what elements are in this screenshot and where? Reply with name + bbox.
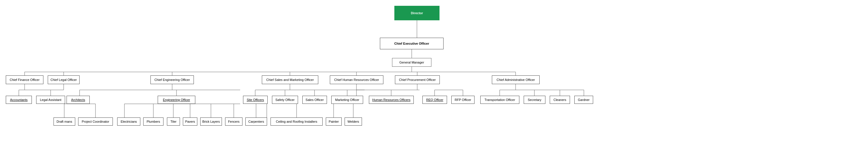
safety-officer-label: Safety Officer bbox=[275, 98, 294, 102]
tiler-node: Tiler bbox=[167, 118, 180, 126]
ceo-label: Chief Executive Officer bbox=[394, 42, 429, 46]
accountants-label: Accountants bbox=[10, 98, 28, 102]
painter-node: Painter bbox=[326, 118, 342, 126]
project-coord-node: Project Coordinator bbox=[78, 118, 113, 126]
gm-label: General Manager bbox=[399, 60, 424, 65]
gardner-label: Gardner bbox=[578, 98, 589, 102]
draft-mans-node: Draft mans bbox=[54, 118, 75, 126]
carpenters-label: Carpenters bbox=[248, 120, 264, 124]
marketing-officer-node: Marketing Officer bbox=[331, 96, 363, 104]
transport-officer-label: Transportation Officer bbox=[485, 98, 515, 102]
site-officers-node: Site Officers bbox=[243, 96, 268, 104]
chro-node: Chief Human Resources Officer bbox=[330, 75, 383, 84]
fencers-node: Fencers bbox=[225, 118, 243, 126]
org-chart: Director Chief Executive Officer General… bbox=[0, 0, 868, 152]
cengineering-node: Chief Engineering Officer bbox=[151, 75, 194, 84]
cao-label: Chief Administrative Officer bbox=[496, 78, 535, 82]
cpo-label: Chief Procurement Officer bbox=[399, 78, 436, 82]
cleaners-label: Cleaners bbox=[554, 98, 566, 102]
painter-label: Painter bbox=[329, 120, 339, 124]
pavers-node: Pavers bbox=[183, 118, 197, 126]
brick-layers-node: Brick Layers bbox=[200, 118, 222, 126]
gm-node: General Manager bbox=[392, 58, 431, 67]
sales-officer-label: Sales Officer bbox=[306, 98, 324, 102]
tiler-label: Tiler bbox=[170, 120, 177, 124]
site-officers-label: Site Officers bbox=[247, 98, 264, 102]
architects-node: Architects bbox=[66, 96, 90, 104]
legal-assistant-node: Legal Assistant bbox=[36, 96, 65, 104]
fencers-label: Fencers bbox=[228, 120, 240, 124]
ceiling-roofing-label: Ceiling and Roofing Installers bbox=[276, 120, 317, 124]
gardner-node: Gardner bbox=[574, 96, 593, 104]
ceo-node: Chief Executive Officer bbox=[380, 38, 443, 49]
rfp-officer-label: RFP Officer bbox=[455, 98, 471, 102]
director-label: Director bbox=[411, 11, 423, 15]
hr-officers-label: Human Resources Officers bbox=[372, 98, 410, 102]
hr-officers-node: Human Resources Officers bbox=[369, 96, 414, 104]
secretary-label: Secretary bbox=[528, 98, 541, 102]
cengineering-label: Chief Engineering Officer bbox=[155, 78, 190, 82]
cao-node: Chief Administrative Officer bbox=[492, 75, 539, 84]
welders-label: Welders bbox=[347, 120, 359, 124]
plumbers-node: Plumbers bbox=[143, 118, 163, 126]
ceiling-roofing-node: Ceiling and Roofing Installers bbox=[271, 118, 322, 126]
electricians-node: Electricians bbox=[117, 118, 140, 126]
project-coord-label: Project Coordinator bbox=[82, 120, 110, 124]
cfo-label: Chief Finance Officer bbox=[9, 78, 39, 82]
brick-layers-label: Brick Layers bbox=[202, 120, 220, 124]
cfo-node: Chief Finance Officer bbox=[6, 75, 43, 84]
rfp-officer-node: RFP Officer bbox=[452, 96, 474, 104]
cleaners-node: Cleaners bbox=[550, 96, 570, 104]
csmo-node: Chief Sales and Marketing Officer bbox=[262, 75, 318, 84]
clo-label: Chief Legal Officer bbox=[51, 78, 77, 82]
csmo-label: Chief Sales and Marketing Officer bbox=[266, 78, 314, 82]
architects-label: Architects bbox=[71, 98, 85, 102]
plumbers-label: Plumbers bbox=[147, 120, 160, 124]
eng-officer-label: Engineering Officer bbox=[163, 98, 190, 102]
accountants-node: Accountants bbox=[6, 96, 32, 104]
carpenters-node: Carpenters bbox=[245, 118, 267, 126]
transport-officer-node: Transportation Officer bbox=[480, 96, 519, 104]
cpo-node: Chief Procurement Officer bbox=[395, 75, 440, 84]
eng-officer-node: Engineering Officer bbox=[158, 96, 195, 104]
marketing-officer-label: Marketing Officer bbox=[335, 98, 359, 102]
secretary-node: Secretary bbox=[524, 96, 546, 104]
req-officer-node: REQ Officer bbox=[423, 96, 447, 104]
req-officer-label: REQ Officer bbox=[426, 98, 443, 102]
clo-node: Chief Legal Officer bbox=[48, 75, 80, 84]
legal-assistant-label: Legal Assistant bbox=[40, 98, 61, 102]
safety-officer-node: Safety Officer bbox=[272, 96, 298, 104]
welders-node: Welders bbox=[345, 118, 362, 126]
director-node: Director bbox=[394, 6, 439, 20]
chro-label: Chief Human Resources Officer bbox=[334, 78, 379, 82]
pavers-label: Pavers bbox=[185, 120, 195, 124]
draft-mans-label: Draft mans bbox=[57, 120, 72, 124]
sales-officer-node: Sales Officer bbox=[302, 96, 327, 104]
electricians-label: Electricians bbox=[121, 120, 137, 124]
